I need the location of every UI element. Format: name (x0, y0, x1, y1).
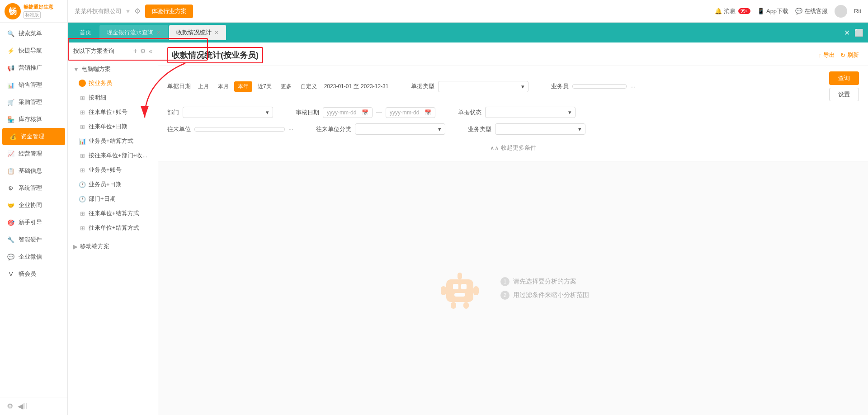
billstatus-select[interactable]: ▾ (485, 107, 576, 118)
nav-label-search: 搜索菜单 (19, 29, 42, 38)
sidebar-item-enterprise[interactable]: 🤝 企业协同 (0, 197, 67, 214)
scheme-item-3[interactable]: ⊞ 往来单位+日期 (68, 119, 158, 134)
date-tab-more[interactable]: 更多 (277, 81, 295, 92)
scheme-item-label-4: 业务员+结算方式 (89, 137, 133, 145)
sidebar-item-warehouse[interactable]: 🏪 库存核算 (0, 111, 67, 128)
billtype-select[interactable]: ▾ (438, 81, 528, 92)
collection-tab-close-icon[interactable]: ✕ (214, 29, 219, 36)
hardware-icon: 🔧 (7, 236, 15, 244)
reviewdate-from[interactable]: yyyy-mm-dd 📅 (323, 107, 373, 118)
sidebar-item-guide[interactable]: 🎯 新手引导 (0, 214, 67, 231)
scheme-collapse-icon[interactable]: « (149, 47, 152, 55)
tab-bank[interactable]: 现金银行流水查询 ✕ (99, 25, 168, 40)
bank-tab-close-icon[interactable]: ✕ (156, 29, 161, 36)
date-from: 2023-01-01 (324, 83, 352, 90)
scheme-item-icon-5: ⊞ (79, 152, 86, 159)
businesstype-select[interactable]: ▾ (495, 123, 585, 135)
date-to: 2023-12-31 (361, 83, 388, 90)
scheme-item-icon-7: 🕐 (79, 181, 86, 188)
sidebar-item-sales[interactable]: 📊 销售管理 (0, 76, 67, 94)
enterprise-icon: 🤝 (7, 201, 15, 209)
date-tab-custom[interactable]: 自定义 (297, 81, 321, 92)
sidebar-item-purchase[interactable]: 🛒 采购管理 (0, 94, 67, 111)
user-avatar[interactable] (835, 5, 847, 18)
date-tab-7days[interactable]: 近7天 (254, 81, 275, 92)
collapse-sidebar-icon[interactable]: ◀II (18, 402, 27, 410)
sidebar-item-wechat[interactable]: 💬 企业微信 (0, 248, 67, 265)
scheme-header-label: 按以下方案查询 (73, 47, 114, 55)
settings-btn[interactable]: 设置 (829, 88, 859, 101)
window-maximize-icon[interactable]: ⬜ (854, 28, 863, 37)
date-tab-thismonth[interactable]: 本月 (214, 81, 232, 92)
scheme-item-6[interactable]: ⊞ 业务员+账号 (68, 163, 158, 177)
cal-from-icon[interactable]: 📅 (362, 109, 368, 116)
sidebar-nav: 🔍 搜索菜单 ⚡ 快捷导航 📢 营销推广 📊 销售管理 🛒 采购管理 🏪 库存核… (0, 23, 67, 397)
counterpartytype-select[interactable]: ▾ (355, 123, 445, 135)
scheme-group-desktop-header[interactable]: ▼ 电脑端方案 (68, 62, 158, 76)
app-download-btn[interactable]: 📱 App下载 (757, 7, 788, 15)
scheme-settings-icon[interactable]: ⚙ (140, 47, 146, 55)
tip-text-1: 请先选择要分析的方案 (513, 278, 576, 286)
scheme-item-9[interactable]: ⊞ 往来单位+结算方式 (68, 206, 158, 221)
tab-home[interactable]: 首页 (72, 25, 99, 40)
scheme-item-5[interactable]: ⊞ 按往来单位+部门+收... (68, 148, 158, 163)
window-close-icon[interactable]: ✕ (844, 28, 850, 37)
scheme-item-4[interactable]: 📊 业务员+结算方式 (68, 134, 158, 148)
scheme-item-8[interactable]: 🕐 部门+日期 (68, 192, 158, 206)
empty-content: 1 请先选择要分析的方案 2 用过滤条件来缩小分析范围 (437, 266, 589, 311)
counterparty-more-icon[interactable]: ··· (288, 126, 293, 132)
scheme-panel: 按以下方案查询 + ⚙ « ▼ 电脑端方案 按业务员 ⊞ (68, 42, 158, 415)
message-btn[interactable]: 🔔 消息 99+ (715, 7, 750, 15)
dropdown-icon[interactable]: ▾ (126, 7, 130, 15)
nav-label-guide: 新手引导 (19, 218, 42, 226)
svg-rect-5 (441, 286, 446, 295)
scheme-item-1[interactable]: ⊞ 按明细 (68, 90, 158, 105)
sidebar-item-finance[interactable]: 💰 资金管理 (2, 128, 65, 145)
scheme-group-mobile-header[interactable]: ▶ 移动端方案 (68, 240, 158, 253)
scheme-item-2[interactable]: ⊞ 往来单位+账号 (68, 105, 158, 119)
collapse-btn[interactable]: ∧∧ 收起更多条件 (167, 140, 859, 156)
scheme-item-label-10: 往来单位+结算方式 (89, 224, 139, 232)
tabs-bar: 首页 现金银行流水查询 ✕ 收款情况统计 ✕ ✕ ⬜ (68, 23, 868, 42)
tab-collection[interactable]: 收款情况统计 ✕ (169, 25, 226, 40)
refresh-btn[interactable]: ↻ 刷新 (840, 51, 859, 59)
settings-gear-icon[interactable]: ⚙ (134, 7, 141, 15)
date-tab-lastmonth[interactable]: 上月 (194, 81, 212, 92)
sidebar-item-system[interactable]: ⚙ 系统管理 (0, 179, 67, 197)
page-actions: ↑ 导出 ↻ 刷新 (819, 51, 859, 59)
sidebar-item-operation[interactable]: 📈 经营管理 (0, 145, 67, 162)
topbar-right: 🔔 消息 99+ 📱 App下载 💬 在线客服 Rit (715, 5, 861, 18)
scheme-item-10[interactable]: ⊞ 往来单位+结算方式 (68, 221, 158, 235)
query-btn[interactable]: 查询 (829, 71, 859, 85)
sidebar-footer: ⚙ ◀II (0, 397, 67, 415)
export-btn[interactable]: ↑ 导出 (819, 51, 835, 59)
scheme-item-7[interactable]: 🕐 业务员+日期 (68, 177, 158, 192)
sidebar-item-marketing[interactable]: 📢 营销推广 (0, 59, 67, 76)
online-service-btn[interactable]: 💬 在线客服 (795, 7, 828, 15)
trial-btn[interactable]: 体验行业方案 (145, 5, 193, 18)
date-dash: — (376, 109, 382, 116)
reviewdate-to[interactable]: yyyy-mm-dd 📅 (386, 107, 435, 118)
sidebar-item-quicknav[interactable]: ⚡ 快捷导航 (0, 42, 67, 59)
date-tab-thisyear[interactable]: 本年 (234, 81, 252, 92)
staff-select[interactable] (572, 84, 627, 89)
scheme-item-0[interactable]: 按业务员 (68, 76, 158, 90)
scheme-add-icon[interactable]: + (133, 47, 137, 55)
cal-to-icon[interactable]: 📅 (425, 109, 431, 116)
counterparty-select[interactable] (194, 127, 285, 132)
scheme-item-label-8: 部门+日期 (89, 195, 116, 203)
export-icon: ↑ (819, 52, 822, 59)
settings-footer-icon[interactable]: ⚙ (7, 402, 13, 410)
page-title: 收款情况统计(按业务员) (167, 47, 263, 63)
download-icon: 📱 (757, 8, 764, 14)
app-download-label: App下载 (766, 7, 788, 15)
scheme-item-icon-4: 📊 (79, 137, 86, 145)
sidebar-item-hardware[interactable]: 🔧 智能硬件 (0, 231, 67, 248)
dept-select[interactable]: ▾ (183, 107, 273, 118)
staff-more-icon[interactable]: ··· (630, 83, 635, 90)
sidebar-item-member[interactable]: V 畅会员 (0, 265, 67, 283)
sidebar-item-search[interactable]: 🔍 搜索菜单 (0, 25, 67, 42)
billstatus-chevron-icon: ▾ (568, 109, 571, 116)
sidebar-item-basic[interactable]: 📋 基础信息 (0, 162, 67, 179)
date-separator: 至 (354, 83, 359, 90)
